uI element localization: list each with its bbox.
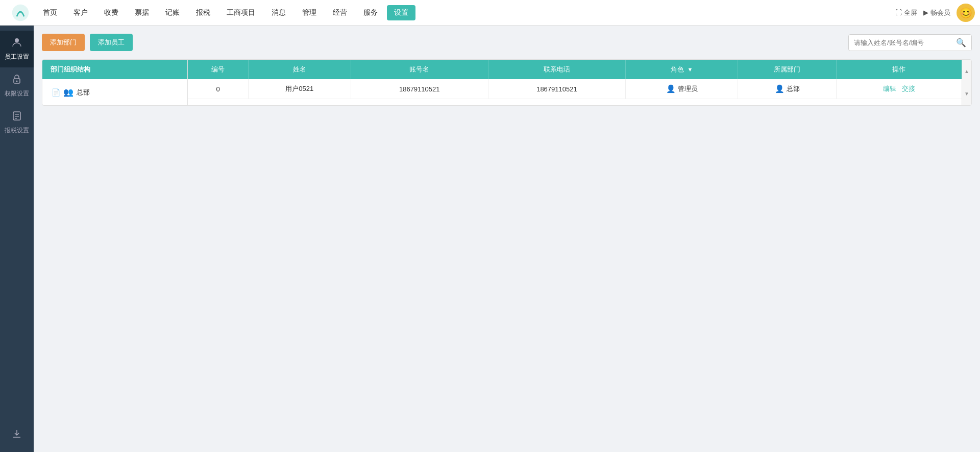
dept-user-icon: 👤 (775, 84, 785, 93)
col-dept: 所属部门 (738, 60, 836, 79)
col-action: 操作 (836, 60, 962, 79)
nav-manage[interactable]: 管理 (295, 5, 324, 20)
nav-settings[interactable]: 设置 (387, 5, 415, 20)
col-phone: 联系电话 (488, 60, 625, 79)
avatar[interactable]: 😊 (957, 4, 975, 22)
svg-point-1 (15, 38, 19, 42)
svg-point-0 (12, 4, 29, 20)
member-icon: ▶ (923, 9, 928, 16)
nav-business[interactable]: 工商项目 (219, 5, 262, 20)
sidebar-bottom-btn[interactable] (0, 422, 34, 447)
nav-home[interactable]: 首页 (36, 5, 64, 20)
sidebar-item-tax-settings[interactable]: 报税设置 (0, 104, 34, 141)
nav-bill[interactable]: 票据 (128, 5, 156, 20)
download-icon (11, 428, 22, 441)
permissions-icon (11, 74, 22, 87)
cell-actions: 编辑 交接 (836, 79, 962, 99)
fullscreen-label: 全屏 (904, 8, 917, 17)
cell-phone: 18679110521 (488, 79, 625, 99)
dept-tree-header: 部门组织结构 (42, 60, 187, 79)
search-box: 🔍 (848, 34, 972, 51)
staff-table: 编号 姓名 账号名 联系电话 角色 ▼ 所属部门 操作 0 (188, 60, 962, 105)
fullscreen-icon: ⛶ (895, 9, 902, 16)
tax-settings-icon (11, 110, 22, 124)
fullscreen-btn[interactable]: ⛶ 全屏 (895, 8, 917, 17)
role-user-icon: 👤 (666, 84, 676, 93)
top-nav: 首页 客户 收费 票据 记账 报税 工商项目 消息 管理 经营 服务 设置 ⛶ … (0, 0, 980, 26)
dept-tree-panel: 部门组织结构 📄 👥 总部 (42, 60, 188, 105)
col-name: 姓名 (249, 60, 351, 79)
add-staff-button[interactable]: 添加员工 (90, 34, 133, 51)
cell-name: 用户0521 (249, 79, 351, 99)
dept-user-icon: 👥 (63, 87, 74, 97)
cell-role: 👤 管理员 (626, 79, 738, 99)
table-scroll-controls: ▲ ▼ (962, 60, 971, 105)
add-dept-button[interactable]: 添加部门 (42, 34, 85, 51)
col-role: 角色 ▼ (626, 60, 738, 79)
sidebar-item-employee[interactable]: 员工设置 (0, 31, 34, 67)
member-label: 畅会员 (930, 8, 950, 17)
search-icon: 🔍 (956, 38, 966, 47)
sidebar-item-permissions[interactable]: 权限设置 (0, 67, 34, 104)
sidebar: 员工设置 权限设置 报税设置 (0, 26, 34, 452)
nav-operation[interactable]: 经营 (326, 5, 354, 20)
nav-tax[interactable]: 报税 (189, 5, 217, 20)
col-id: 编号 (188, 60, 249, 79)
nav-customer[interactable]: 客户 (66, 5, 95, 20)
nav-fee[interactable]: 收费 (97, 5, 126, 20)
dept-name-cell: 总部 (787, 84, 800, 93)
role-name: 管理员 (678, 84, 698, 93)
col-account: 账号名 (351, 60, 488, 79)
logo (5, 4, 36, 22)
table-row: 0 用户0521 18679110521 18679110521 👤 管理员 👤… (188, 79, 962, 99)
scroll-down-button[interactable]: ▼ (962, 83, 971, 106)
search-input[interactable] (849, 36, 951, 50)
search-button[interactable]: 🔍 (951, 35, 971, 51)
cell-id: 0 (188, 79, 249, 99)
cell-account: 18679110521 (351, 79, 488, 99)
main-content: 添加部门 添加员工 🔍 部门组织结构 📄 👥 总部 (34, 26, 980, 452)
edit-link[interactable]: 编辑 (883, 85, 896, 92)
sidebar-tax-settings-label: 报税设置 (5, 126, 29, 135)
cell-dept: 👤 总部 (738, 79, 836, 99)
dept-tree-item-root[interactable]: 📄 👥 总部 (47, 84, 182, 100)
sidebar-employee-label: 员工设置 (5, 53, 29, 61)
dept-name: 总部 (77, 88, 90, 97)
scroll-up-button[interactable]: ▲ (962, 60, 971, 83)
svg-rect-4 (13, 112, 20, 120)
table-header-row: 编号 姓名 账号名 联系电话 角色 ▼ 所属部门 操作 (188, 60, 962, 79)
employee-icon (11, 37, 22, 51)
file-icon: 📄 (52, 88, 60, 97)
svg-point-3 (16, 81, 18, 82)
handover-link[interactable]: 交接 (902, 85, 915, 92)
sidebar-permissions-label: 权限设置 (5, 89, 29, 98)
nav-message[interactable]: 消息 (264, 5, 293, 20)
dept-tree-body: 📄 👥 总部 (42, 79, 187, 105)
toolbar: 添加部门 添加员工 🔍 (42, 34, 972, 51)
nav-service[interactable]: 服务 (356, 5, 385, 20)
nav-items: 首页 客户 收费 票据 记账 报税 工商项目 消息 管理 经营 服务 设置 (36, 5, 895, 20)
role-filter-icon[interactable]: ▼ (688, 66, 693, 73)
nav-accounting[interactable]: 记账 (158, 5, 187, 20)
member-btn[interactable]: ▶ 畅会员 (923, 8, 950, 17)
nav-right: ⛶ 全屏 ▶ 畅会员 😊 (895, 4, 975, 22)
content-area: 部门组织结构 📄 👥 总部 编号 姓名 账号名 联系电话 (42, 59, 972, 106)
